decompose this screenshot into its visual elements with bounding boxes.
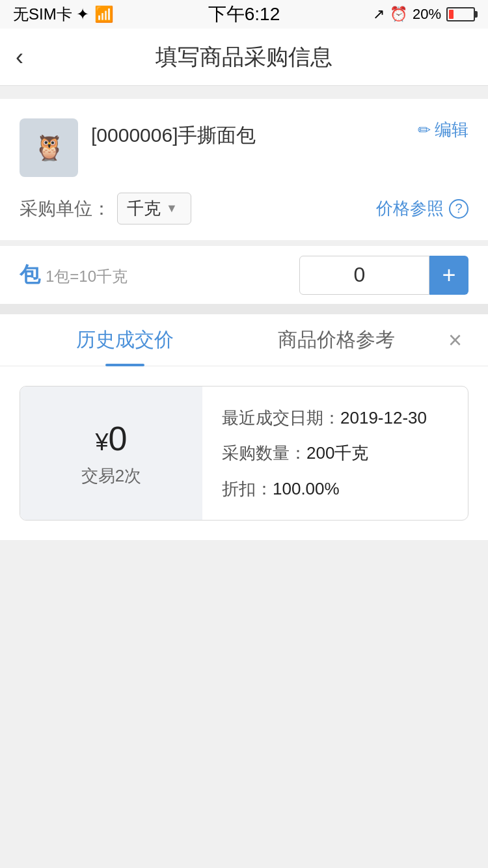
price-card: ¥0 交易2次 最近成交日期：2019-12-30 采购数量：200千克 折扣：…: [20, 386, 468, 521]
quantity-unit: 包: [20, 261, 40, 290]
currency-symbol: ¥: [96, 429, 109, 455]
price-amount-display: ¥0: [96, 419, 128, 458]
unit-value: 千克: [127, 197, 161, 220]
price-ref-label: 价格参照: [376, 197, 444, 220]
tab-panel: 历史成交价 商品价格参考 × ¥0 交易2次 最近成交日期：2019-12-30…: [0, 314, 488, 540]
price-card-left: ¥0 交易2次: [20, 387, 202, 520]
unit-select-dropdown[interactable]: 千克 ▼: [117, 193, 191, 224]
tab-product-price-label: 商品价格参考: [278, 327, 395, 353]
unit-conversion: 1包=10千克: [46, 266, 128, 287]
plus-icon: +: [442, 262, 455, 289]
tab-history-label: 历史成交价: [76, 327, 174, 353]
purchase-qty-row: 采购数量：200千克: [222, 441, 448, 465]
location-icon: ↗: [373, 6, 385, 23]
unit-label: 采购单位：: [20, 197, 111, 221]
product-left: 🦉 [0000006]手撕面包: [20, 118, 256, 177]
battery-icon: [446, 7, 475, 21]
help-icon: ?: [449, 199, 468, 219]
history-price-content: ¥0 交易2次 最近成交日期：2019-12-30 采购数量：200千克 折扣：…: [0, 366, 488, 540]
carrier-text: 无SIM卡 ✦: [13, 4, 89, 25]
main-background: [0, 540, 488, 868]
product-image: 🦉: [20, 118, 78, 177]
recent-date-value: 2019-12-30: [340, 408, 427, 427]
edit-label: 编辑: [435, 118, 468, 141]
edit-button[interactable]: ✏ 编辑: [418, 118, 468, 141]
help-symbol: ?: [455, 201, 462, 216]
status-right: ↗ ⏰ 20%: [373, 6, 475, 23]
purchase-qty-label: 采购数量：: [222, 443, 306, 463]
time-display: 下午6:12: [208, 2, 280, 27]
product-unit-row: 采购单位： 千克 ▼ 价格参照 ?: [20, 193, 468, 224]
product-logo-icon: 🦉: [34, 133, 64, 162]
discount-label: 折扣：: [222, 479, 273, 498]
nav-bar: ‹ 填写商品采购信息: [0, 29, 488, 86]
discount-row: 折扣：100.00%: [222, 477, 448, 500]
tab-close-button[interactable]: ×: [442, 327, 468, 354]
unit-selector-group: 采购单位： 千克 ▼: [20, 193, 191, 224]
quantity-plus-button[interactable]: +: [429, 256, 468, 295]
tab-header: 历史成交价 商品价格参考 ×: [0, 314, 488, 366]
tab-product-price[interactable]: 商品价格参考: [230, 314, 441, 366]
discount-value: 100.00%: [273, 479, 340, 498]
quantity-input-area: +: [299, 256, 468, 295]
trade-count: 交易2次: [81, 465, 141, 487]
quantity-label: 包 1包=10千克: [20, 261, 128, 290]
wifi-icon: 📶: [94, 5, 114, 23]
product-card: 🦉 [0000006]手撕面包 ✏ 编辑 采购单位： 千克 ▼ 价格参照 ?: [0, 99, 488, 240]
price-number: 0: [109, 420, 128, 457]
purchase-qty-value: 200千克: [306, 443, 368, 463]
status-bar: 无SIM卡 ✦ 📶 下午6:12 ↗ ⏰ 20%: [0, 0, 488, 29]
quantity-input[interactable]: [299, 256, 429, 295]
price-reference-button[interactable]: 价格参照 ?: [376, 197, 468, 220]
recent-date-label: 最近成交日期：: [222, 408, 340, 427]
product-name: [0000006]手撕面包: [91, 122, 256, 149]
back-button[interactable]: ‹: [16, 44, 23, 71]
section-divider: [0, 304, 488, 314]
dropdown-arrow-icon: ▼: [166, 202, 178, 215]
quantity-section: 包 1包=10千克 +: [0, 245, 488, 304]
page-title: 填写商品采购信息: [156, 42, 332, 72]
tab-active-indicator: [105, 364, 144, 366]
product-header: 🦉 [0000006]手撕面包 ✏ 编辑: [20, 118, 468, 177]
alarm-icon: ⏰: [390, 6, 407, 23]
tab-history-price[interactable]: 历史成交价: [20, 314, 230, 366]
battery-percent: 20%: [413, 6, 441, 23]
recent-date-row: 最近成交日期：2019-12-30: [222, 406, 448, 429]
status-left: 无SIM卡 ✦ 📶: [13, 4, 114, 25]
battery-fill: [449, 10, 454, 19]
price-card-right: 最近成交日期：2019-12-30 采购数量：200千克 折扣：100.00%: [202, 387, 468, 520]
edit-icon: ✏: [418, 121, 431, 139]
